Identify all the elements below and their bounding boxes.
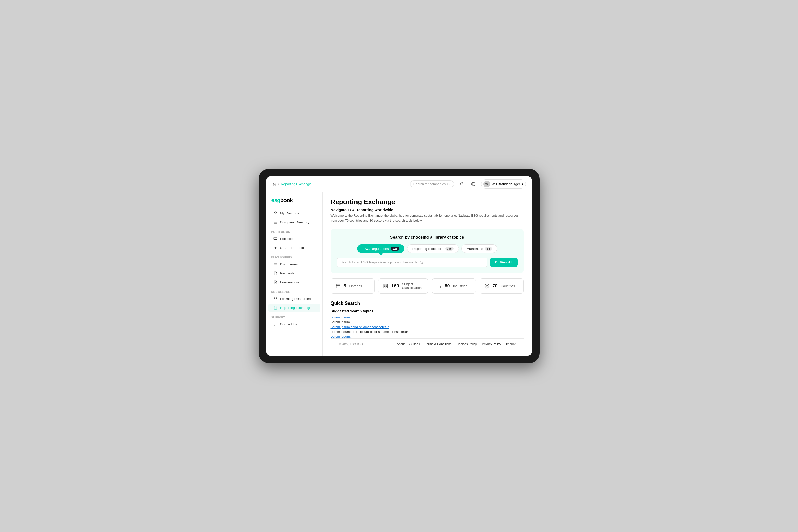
sidebar-item-frameworks[interactable]: Frameworks xyxy=(268,278,320,287)
suggested-links-list: Lorem ipsum. Lorem ipsum. Lorem ipsum do… xyxy=(331,315,524,339)
sidebar-item-label: My Dashboard xyxy=(280,211,302,215)
sidebar-item-label: Learning Resources xyxy=(280,297,311,301)
portfolios-icon xyxy=(274,237,278,241)
breadcrumb: > Reporting Exchange xyxy=(273,182,410,186)
stat-label-countries: Countries xyxy=(501,284,515,288)
globe-button[interactable] xyxy=(469,180,478,188)
svg-line-20 xyxy=(422,263,423,264)
page-title: Reporting Exchange xyxy=(331,198,524,206)
stat-card-industries[interactable]: 80 Industries xyxy=(432,278,476,293)
quick-search-title: Quick Search xyxy=(331,301,524,306)
svg-rect-16 xyxy=(276,298,277,299)
sidebar-item-learning-resources[interactable]: Learning Resources xyxy=(268,294,320,303)
tab-badge: 68 xyxy=(485,247,492,251)
footer-link-privacy[interactable]: Privacy Policy xyxy=(482,342,501,346)
svg-rect-4 xyxy=(274,221,277,224)
footer-link-terms[interactable]: Terms & Conditions xyxy=(425,342,451,346)
reporting-exchange-icon xyxy=(274,306,278,310)
disclosures-icon xyxy=(274,262,278,267)
stat-card-subject-classifications[interactable]: 160 Subject Classifications xyxy=(378,278,428,293)
tab-reporting-indicators[interactable]: Reporting Indicators 345 xyxy=(407,244,459,253)
company-search-placeholder: Search for companies xyxy=(413,182,446,186)
page-description: Welcome to the Reporting Exchange, the g… xyxy=(331,213,524,223)
stat-card-libraries[interactable]: 3 Libraries xyxy=(331,278,375,293)
main-content: Reporting Exchange Navigate ESG reportin… xyxy=(322,192,532,356)
footer: © 2022, ESG Book About ESG Book Terms & … xyxy=(331,339,524,349)
footer-link-cookies[interactable]: Cookies Policy xyxy=(457,342,477,346)
svg-rect-26 xyxy=(386,287,388,288)
industries-icon xyxy=(437,283,442,289)
tab-badge: 345 xyxy=(445,247,453,251)
view-all-button[interactable]: Or View All xyxy=(490,258,518,267)
svg-point-30 xyxy=(486,285,487,286)
stat-label-subject-classifications: Subject Classifications xyxy=(402,282,423,290)
main-layout: esgbook My Dashboard Company Directory P… xyxy=(266,192,532,356)
tab-esg-regulations[interactable]: ESG Regulations 225 xyxy=(357,244,405,253)
sidebar-item-disclosures[interactable]: Disclosures xyxy=(268,260,320,269)
user-name: Will Brandenburger xyxy=(491,182,520,186)
top-actions: Search for companies W Will Brandenburge… xyxy=(410,179,526,189)
requests-icon xyxy=(274,271,278,276)
tab-label: Reporting Indicators xyxy=(412,247,443,251)
building-icon xyxy=(274,220,278,224)
suggested-link-5[interactable]: Lorem ipsum. xyxy=(331,335,524,339)
footer-link-imprint[interactable]: Imprint xyxy=(506,342,516,346)
suggested-text-2: Lorem ipsum. xyxy=(331,320,524,324)
topic-search-input[interactable]: Search for all ESG Regulations topics an… xyxy=(337,258,487,267)
tab-label: ESG Regulations xyxy=(363,247,389,251)
sidebar-item-dashboard[interactable]: My Dashboard xyxy=(268,209,320,218)
sidebar-item-label: Reporting Exchange xyxy=(280,306,311,310)
sidebar-item-label: Disclosures xyxy=(280,262,298,266)
quick-search-section: Quick Search Suggested Search topics: Lo… xyxy=(331,301,524,339)
footer-copyright: © 2022, ESG Book xyxy=(339,343,364,346)
suggested-link-3[interactable]: Lorem ipsum dolor sit amet consectetur. xyxy=(331,325,524,329)
sidebar-item-label: Requests xyxy=(280,271,295,275)
subject-classifications-icon xyxy=(383,283,388,289)
stat-card-countries[interactable]: 70 Countries xyxy=(480,278,524,293)
sidebar-item-reporting-exchange[interactable]: Reporting Exchange xyxy=(268,304,320,312)
svg-line-1 xyxy=(450,185,450,185)
svg-rect-17 xyxy=(274,299,275,300)
device-frame: > Reporting Exchange Search for companie… xyxy=(259,169,540,363)
sidebar-item-requests[interactable]: Requests xyxy=(268,269,320,278)
notification-bell-button[interactable] xyxy=(458,180,466,188)
logo-esg: esg xyxy=(272,197,280,204)
libraries-icon xyxy=(336,283,341,289)
search-icon xyxy=(420,261,423,264)
search-placeholder-text: Search for all ESG Regulations topics an… xyxy=(341,260,417,264)
stat-number-libraries: 3 xyxy=(344,283,346,289)
stat-number-countries: 70 xyxy=(493,283,498,289)
suggested-search-label: Suggested Search topics: xyxy=(331,309,524,313)
topic-section-title: Search by choosing a library of topics xyxy=(337,235,518,240)
company-search-bar[interactable]: Search for companies xyxy=(410,180,454,187)
breadcrumb-separator: > xyxy=(278,182,280,186)
sidebar-item-contact-us[interactable]: Contact Us xyxy=(268,320,320,329)
sidebar-item-portfolios[interactable]: Portfolios xyxy=(268,234,320,243)
footer-link-about[interactable]: About ESG Book xyxy=(397,342,420,346)
tab-authorities[interactable]: Authorities 68 xyxy=(461,244,497,253)
page-subtitle: Navigate ESG reporting worldwide xyxy=(331,208,524,212)
svg-rect-15 xyxy=(274,298,275,299)
learning-icon xyxy=(274,297,278,301)
top-bar: > Reporting Exchange Search for companie… xyxy=(266,176,532,192)
sidebar-item-label: Contact Us xyxy=(280,322,297,326)
svg-rect-25 xyxy=(384,287,385,288)
search-icon xyxy=(447,182,451,186)
suggested-link-1[interactable]: Lorem ipsum. xyxy=(331,315,524,319)
sidebar-item-create-portfolio[interactable]: Create Portfolio xyxy=(268,244,320,252)
logo: esgbook xyxy=(266,197,322,209)
svg-rect-24 xyxy=(386,284,388,286)
create-portfolio-icon xyxy=(274,246,278,250)
sidebar-item-company-directory[interactable]: Company Directory xyxy=(268,218,320,227)
logo-book: book xyxy=(280,197,293,204)
sidebar: esgbook My Dashboard Company Directory P… xyxy=(266,192,322,356)
contact-icon xyxy=(274,322,278,326)
stat-number-industries: 80 xyxy=(445,283,450,289)
svg-rect-5 xyxy=(274,238,277,240)
suggested-text-4: Lorem ipsumLorem ipsum dolor sit amet co… xyxy=(331,330,524,334)
countries-icon xyxy=(484,283,489,289)
home-breadcrumb-icon[interactable] xyxy=(273,182,276,186)
user-menu-button[interactable]: W Will Brandenburger ▾ xyxy=(481,179,525,189)
svg-point-19 xyxy=(420,261,422,263)
topic-search-row: Search for all ESG Regulations topics an… xyxy=(337,258,518,267)
